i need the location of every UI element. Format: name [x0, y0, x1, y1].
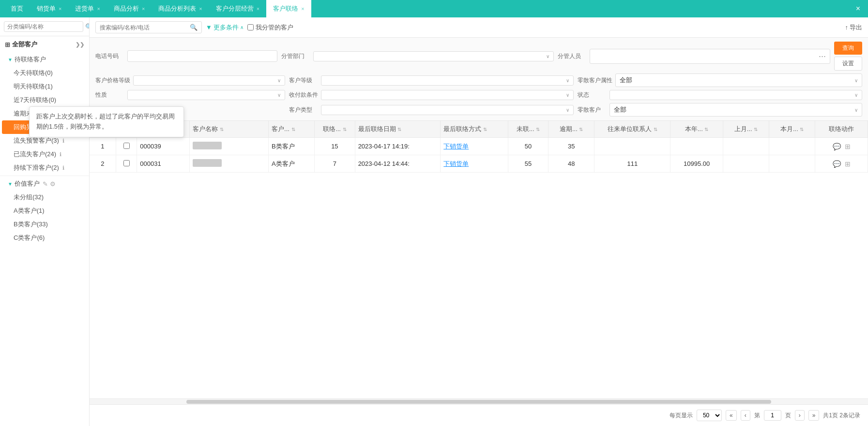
th-last-month[interactable]: 上月... ⇅ [723, 121, 769, 138]
first-page-button[interactable]: « [726, 410, 737, 421]
zero-retail-select[interactable]: 全部 ∨ [609, 103, 862, 117]
manager-select[interactable]: ··· [590, 49, 830, 64]
sort-type-icon: ⇅ [291, 127, 295, 132]
sidebar-search-input[interactable] [4, 21, 83, 32]
nav-home[interactable]: 首页 [4, 0, 30, 17]
window-close-button[interactable]: × [852, 4, 864, 13]
th-this-month[interactable]: 本月... ⇅ [769, 121, 815, 138]
export-button[interactable]: ↑ 导出 [845, 23, 863, 32]
sidebar-declining[interactable]: 持续下滑客户(2) ℹ [0, 161, 89, 175]
close-product-analysis-list-icon[interactable]: × [199, 6, 202, 12]
nav-customer-segment[interactable]: 客户分层经营 × [209, 0, 266, 17]
close-customer-segment-icon[interactable]: × [257, 6, 259, 12]
last-page-button[interactable]: » [808, 410, 820, 421]
row1-name-blurred [193, 142, 222, 149]
row1-uncontact: 50 [508, 138, 548, 155]
row1-checkbox[interactable] [123, 143, 130, 149]
toolbar: 🔍 ▼ 更多条件 ∧ 我分管的客户 ↑ 导出 [90, 17, 868, 38]
row2-more-icon[interactable]: ⊞ [845, 160, 851, 168]
page-label: 第 [754, 411, 760, 420]
th-name[interactable]: 客户名称 ⇅ [190, 121, 269, 138]
nav-right: × [852, 4, 864, 13]
th-contact[interactable]: 联络... ⇅ [315, 121, 355, 138]
sidebar-a-class[interactable]: A类客户(1) [0, 204, 89, 218]
gender-select[interactable]: ∨ [127, 90, 285, 100]
row1-chat-icon[interactable]: 💬 [833, 143, 841, 150]
collapse-icon[interactable]: ❯❯ [76, 42, 84, 48]
sidebar-all-customers[interactable]: ⊞ 全部客户 ❯❯ [0, 36, 89, 53]
row2-last-month [723, 155, 769, 173]
row2-chat-icon[interactable]: 💬 [833, 160, 841, 168]
row2-checkbox[interactable] [123, 160, 130, 166]
customer-type-select[interactable]: ∨ [321, 105, 574, 115]
prev-page-button[interactable]: ‹ [741, 410, 750, 421]
sidebar-value-section[interactable]: ▼ 价值客户 ✎ ⚙ [0, 177, 89, 191]
sidebar-today-pending[interactable]: 今天待联络(0) [0, 66, 89, 80]
next-page-button[interactable]: › [795, 410, 805, 421]
per-page-select[interactable]: 50 [697, 410, 722, 421]
th-this-year[interactable]: 本年... ⇅ [670, 121, 723, 138]
arrow-down-icon-2: ▼ [8, 181, 13, 187]
row1-check[interactable] [116, 138, 137, 155]
nav-purchase-order[interactable]: 进货单 × [68, 0, 107, 17]
more-conditions-button[interactable]: ▼ 更多条件 ∧ [206, 23, 244, 32]
sidebar-ungrouped[interactable]: 未分组(32) [0, 191, 89, 204]
my-customers-check[interactable] [247, 24, 254, 30]
row1-method-link[interactable]: 下销货单 [443, 143, 469, 150]
th-last-date[interactable]: 最后联络日期 ⇅ [355, 121, 441, 138]
th-type[interactable]: 客户... ⇅ [269, 121, 315, 138]
query-button[interactable]: 查询 [834, 42, 862, 55]
sidebar-c-class[interactable]: C类客户(6) [0, 231, 89, 245]
th-last-method[interactable]: 最后联络方式 ⇅ [441, 121, 508, 138]
nav-sales-order[interactable]: 销货单 × [30, 0, 68, 17]
close-customer-contact-icon[interactable]: × [301, 6, 304, 12]
row1-more-icon[interactable]: ⊞ [845, 143, 851, 150]
my-customers-checkbox[interactable]: 我分管的客户 [247, 23, 293, 32]
payment-select[interactable]: ∨ [321, 90, 574, 100]
row1-this-year [670, 138, 723, 155]
scroll-thumb[interactable] [186, 400, 771, 404]
filter-row-2: 客户价格等级 ∨ 客户等级 ∨ 零散客户属性 全部 ∨ [95, 73, 862, 87]
chevron-down-department: ∨ [546, 54, 549, 59]
row1-contact-count: 15 [315, 138, 355, 155]
th-overdue[interactable]: 逾期... ⇅ [548, 121, 594, 138]
sidebar-tomorrow-pending[interactable]: 明天待联络(1) [0, 80, 89, 93]
row2-last-method[interactable]: 下销货单 [441, 155, 508, 173]
zero-retail-attr-select[interactable]: 全部 ∨ [615, 73, 862, 87]
close-purchase-order-icon[interactable]: × [97, 6, 100, 12]
customer-level-select[interactable]: ∨ [321, 75, 574, 86]
sidebar-search-icon[interactable]: 🔍 [85, 23, 90, 30]
search-icon[interactable]: 🔍 [190, 24, 198, 31]
sidebar-churned[interactable]: 已流失客户(24) ℹ [0, 147, 89, 161]
search-input[interactable] [100, 24, 190, 31]
row2-check[interactable] [116, 155, 137, 173]
status-select[interactable]: ∨ [609, 90, 862, 100]
chevron-down-gender: ∨ [277, 92, 281, 98]
close-product-analysis-icon[interactable]: × [142, 6, 145, 12]
department-select[interactable]: ∨ [313, 51, 554, 61]
close-sales-order-icon[interactable]: × [59, 6, 61, 12]
sidebar-pending-section[interactable]: ▼ 待联络客户 [0, 53, 89, 66]
sidebar-7day-pending[interactable]: 近7天待联络(0) [0, 93, 89, 107]
row2-method-link[interactable]: 下销货单 [443, 160, 469, 167]
horizontal-scrollbar[interactable] [90, 398, 868, 404]
edit-icon[interactable]: ✎ [43, 180, 48, 188]
settings-button[interactable]: 设置 [834, 57, 862, 71]
settings-small-icon[interactable]: ⚙ [50, 180, 56, 188]
sidebar-b-class[interactable]: B类客户(33) [0, 218, 89, 231]
chevron-down-icon: ∧ [240, 25, 244, 30]
th-uncontact[interactable]: 未联... ⇅ [508, 121, 548, 138]
th-history[interactable]: 往来单位联系人 ⇅ [594, 121, 670, 138]
price-level-select[interactable]: ∨ [133, 75, 285, 86]
row1-code: 000039 [137, 138, 190, 155]
row2-this-year: 10995.00 [670, 155, 723, 173]
row1-last-method[interactable]: 下销货单 [441, 138, 508, 155]
data-table: ⚙ 客户编码 ⇅ 客户名称 ⇅ [90, 121, 868, 173]
phone-input[interactable] [127, 50, 277, 62]
nav-product-analysis-list[interactable]: 商品分析列表 × [152, 0, 209, 17]
zero-retail-value: 全部 [614, 105, 626, 114]
nav-product-analysis[interactable]: 商品分析 × [107, 0, 152, 17]
page-number-input[interactable] [764, 410, 781, 421]
row2-last-date: 2023-04-12 14:44: [355, 155, 441, 173]
nav-customer-contact[interactable]: 客户联络 × [266, 0, 311, 17]
